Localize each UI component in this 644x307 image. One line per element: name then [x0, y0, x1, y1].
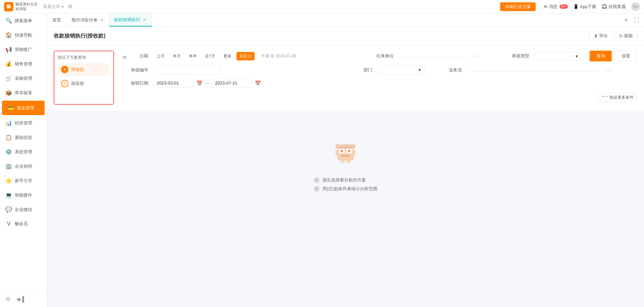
collapse-more-btn[interactable]: ⌃⌃ 收起更多条件: [598, 93, 637, 102]
tab-prepay[interactable]: 预付冲应付单 ✕: [67, 13, 109, 27]
company-name[interactable]: 某某公司 ▾: [43, 4, 64, 10]
page-header: 收款核销执行(按收款) ⬆ 导出 ↻ 刷新: [47, 27, 644, 45]
sidebar-item-label: 经营管理: [15, 120, 32, 126]
message-btn[interactable]: ✉ 消息 99+: [544, 4, 568, 10]
date-btn-this-year[interactable]: 本年: [186, 52, 200, 60]
collapse-more-area: ⌃⌃ 收起更多条件: [128, 92, 637, 105]
megaphone-icon: 📢: [5, 46, 12, 53]
export-btn[interactable]: ⬆ 导出: [590, 31, 612, 41]
sidebar-collapse-btn[interactable]: ◀▐: [15, 294, 25, 304]
cart-icon: 🛒: [5, 75, 12, 82]
calendar-start-icon[interactable]: 📅: [197, 81, 202, 86]
tip-1-text: 请先选择要分析的方案: [322, 177, 366, 183]
svg-point-4: [348, 150, 351, 152]
laptop-icon: 💻: [5, 192, 12, 198]
sidebar-item-enterprise[interactable]: 🏢 企业协同: [0, 159, 47, 173]
app-download-btn[interactable]: 📱 App下载: [573, 4, 596, 10]
topbar: 畅 畅捷通好生意标准版 某某公司 ▾ ⚙ 体验行业方案 ✉ 消息 99+ 📱 A…: [0, 0, 644, 13]
industry-btn[interactable]: 体验行业方案: [500, 2, 536, 11]
page-title: 收款核销执行(按收款): [54, 33, 106, 44]
sidebar-item-label: 销售管理: [15, 61, 32, 67]
department-select[interactable]: ▾: [378, 65, 425, 74]
close-tab-btn[interactable]: ✕: [621, 15, 631, 25]
sidebar-item-basics[interactable]: 📋 基础信息: [0, 130, 47, 145]
sidebar-item-wechat[interactable]: 💬 企业微信: [0, 202, 47, 217]
sidebar-item-operations[interactable]: 📊 经营管理: [0, 116, 47, 130]
trade-partner-more-icon[interactable]: ···: [475, 53, 480, 59]
tab-receipts[interactable]: 收款核销执行 ✕: [109, 13, 152, 27]
filter-collapse-btn[interactable]: ≪: [121, 54, 128, 60]
sidebar-item-sales[interactable]: 💰 销售管理: [0, 57, 47, 71]
tab-close-receipts[interactable]: ✕: [142, 17, 147, 23]
check-date-start[interactable]: [154, 79, 194, 88]
page-content: 收款核销执行(按收款) ⬆ 导出 ↻ 刷新 按以下方案查询: [47, 27, 644, 307]
sidebar-item-marketing[interactable]: 📢 营销推广: [0, 42, 47, 57]
sidebar-item-search[interactable]: 🔍 搜索菜单: [0, 13, 47, 28]
sidebar-item-label: 快捷导航: [15, 32, 32, 38]
filter-panel-title: 按以下方案查询: [58, 55, 110, 60]
staff-more-icon[interactable]: ···: [606, 67, 610, 73]
tab-close-prepay[interactable]: ✕: [100, 17, 104, 23]
calendar-end-icon[interactable]: 📅: [255, 81, 261, 86]
sidebar-item-system[interactable]: ⚙️ 系统管理: [0, 145, 47, 159]
chevron-down-icon: ▾: [62, 4, 64, 9]
empty-tip-2: 2 用[过滤]条件来缩小分析范围: [314, 186, 377, 192]
svg-point-3: [340, 150, 343, 152]
sidebar-item-shortcut[interactable]: 🏠 快捷导航: [0, 28, 47, 42]
tab-label: 预付冲应付单: [71, 17, 98, 23]
sidebar-item-label: 新手引导: [15, 178, 32, 184]
user-info[interactable]: Rit: [631, 2, 640, 11]
sidebar-item-label: 采购管理: [15, 75, 32, 82]
filter-row-2: 单据编号 部门 ▾ 业务员 ···: [128, 65, 637, 74]
date-options: 上月 本月 本年 近7天 更多 自定义: [154, 52, 255, 60]
message-badge: 99+: [559, 4, 568, 9]
filter-by-receipt[interactable]: ¥ 按收款: [58, 63, 110, 76]
check-date-end[interactable]: [212, 79, 252, 88]
online-service-btn[interactable]: 🎧 在线客服: [602, 4, 626, 10]
list-icon: 📋: [5, 134, 12, 141]
sidebar-item-label: 智能硬件: [15, 192, 32, 198]
main-layout: 🔍 搜索菜单 🏠 快捷导航 📢 营销推广 💰 销售管理 🛒 采购管理 📦 库存核…: [0, 13, 644, 307]
sidebar-item-funds[interactable]: 💳 资金管理: [2, 101, 45, 115]
query-btn[interactable]: 查询: [590, 51, 612, 61]
sidebar-item-hardware[interactable]: 💻 智能硬件: [0, 188, 47, 202]
date-btn-7days[interactable]: 近7天: [202, 52, 218, 60]
sidebar-item-label: 营销推广: [15, 47, 32, 53]
date-btn-this-month[interactable]: 本月: [170, 52, 184, 60]
vip-icon: V: [5, 221, 12, 227]
building-icon: 🏢: [5, 163, 12, 169]
date-btn-more[interactable]: 更多: [220, 52, 234, 60]
content-area: 首页 预付冲应付单 ✕ 收款核销执行 ✕ ✕ ⛶ 收款核销执行(按收款): [47, 13, 644, 307]
svg-rect-9: [346, 160, 351, 163]
bill-type-select[interactable]: ▾: [535, 52, 582, 61]
svg-rect-8: [340, 160, 344, 163]
filter-area: 按以下方案查询 ¥ 按收款 ⏱ 按应收 ≪: [47, 45, 644, 110]
tip-2-num: 2: [314, 186, 320, 192]
tab-bar-actions: ✕ ⛶: [621, 15, 644, 25]
date-btn-custom[interactable]: 自定义: [236, 52, 255, 60]
filter-by-receivable[interactable]: ⏱ 按应收: [58, 77, 110, 90]
expand-tab-btn[interactable]: ⛶: [632, 15, 641, 25]
bill-type-label: 单据类型: [512, 53, 529, 59]
export-icon: ⬆: [594, 34, 598, 39]
settings-icon[interactable]: ⚙: [68, 3, 72, 10]
filter-left-panel: 按以下方案查询 ¥ 按收款 ⏱ 按应收: [54, 51, 114, 105]
sidebar-item-purchase[interactable]: 🛒 采购管理: [0, 71, 47, 86]
bill-no-label: 单据编号: [128, 67, 148, 73]
tab-home[interactable]: 首页: [47, 13, 67, 27]
refresh-btn[interactable]: ↻ 刷新: [615, 31, 637, 41]
setting-btn[interactable]: 设置: [614, 51, 637, 61]
empty-state: 1 请先选择要分析的方案 2 用[过滤]条件来缩小分析范围: [47, 110, 644, 219]
bill-no-input[interactable]: [154, 65, 221, 74]
sidebar-item-inventory[interactable]: 📦 库存核算: [0, 86, 47, 100]
empty-tips: 1 请先选择要分析的方案 2 用[过滤]条件来缩小分析范围: [314, 177, 377, 192]
sidebar-item-member[interactable]: V 畅会员: [0, 217, 47, 231]
chevron-down-icon: ▾: [576, 54, 578, 59]
date-label: 日期: [128, 53, 148, 59]
sidebar-item-guide[interactable]: 🌟 新手引导: [0, 173, 47, 188]
sidebar: 🔍 搜索菜单 🏠 快捷导航 📢 营销推广 💰 销售管理 🛒 采购管理 📦 库存核…: [0, 13, 47, 307]
sidebar-settings-btn[interactable]: ⚙: [3, 294, 13, 304]
refresh-icon: ↻: [619, 34, 623, 39]
date-btn-last-month[interactable]: 上月: [154, 52, 168, 60]
logo-icon: 畅: [4, 2, 13, 11]
